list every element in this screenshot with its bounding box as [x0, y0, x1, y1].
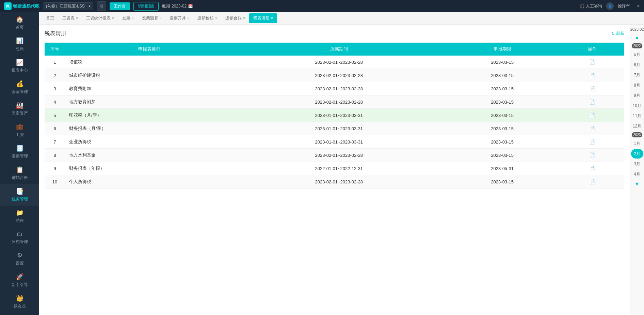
cell-type: 教育费附加 — [65, 82, 234, 95]
sidebar-label-tax: 税务管理 — [12, 196, 28, 202]
tab-invoice[interactable]: 发票 × — [118, 13, 138, 23]
sidebar-item-report[interactable]: 📈 报表中心 — [0, 55, 39, 77]
cal-2022-11[interactable]: 11月 — [631, 111, 643, 121]
cell-no: 2 — [45, 69, 65, 82]
cal-2022-06[interactable]: 6月 — [631, 60, 643, 70]
tab-purchase-ledger[interactable]: 进销台账 × — [221, 13, 249, 23]
calendar-icon[interactable]: 📅 — [188, 4, 193, 9]
tab-purchase-check-close[interactable]: × — [215, 16, 217, 20]
tab-tax-list-close[interactable]: × — [271, 16, 273, 20]
tab-invoice-close[interactable]: × — [132, 16, 134, 20]
workstation-button[interactable]: 工作台 — [110, 2, 130, 10]
col-action: 操作 — [560, 43, 624, 56]
tab-home[interactable]: 首页 — [42, 13, 58, 23]
action-icon[interactable]: 📄 — [589, 59, 595, 65]
sidebar-item-archive[interactable]: 🗂 归档管理 — [0, 227, 39, 248]
tab-invoice-issue-close[interactable]: × — [187, 16, 189, 20]
cal-2023-01[interactable]: 1月 — [631, 139, 643, 148]
cal-2022-10[interactable]: 10月 — [631, 101, 643, 110]
cell-period: 2023-02-01~2023-02-28 — [234, 82, 444, 95]
archive-icon: 🗂 — [17, 230, 23, 238]
sidebar-label-guide: 新手引导 — [12, 282, 28, 288]
tab-salary-table-close[interactable]: × — [76, 16, 78, 20]
year-2023-label: 2023 — [632, 132, 642, 137]
cal-2022-05[interactable]: 5月 — [631, 50, 643, 59]
sidebar-item-invoice[interactable]: 🧾 发票管理 — [0, 141, 39, 163]
window-close-button[interactable]: × — [637, 3, 640, 9]
action-icon[interactable]: 📄 — [589, 139, 595, 145]
cell-type: 增值税 — [65, 56, 234, 69]
sidebar-item-settings[interactable]: ⚙ 设置 — [0, 248, 39, 270]
page-header: 税表清册 ↻ 刷新 — [45, 30, 624, 37]
sidebar-item-guide[interactable]: 🚀 新手引导 — [0, 270, 39, 291]
sidebar-item-fixed[interactable]: 🏭 固定资产 — [0, 98, 39, 120]
cell-no: 10 — [45, 175, 65, 189]
cal-2023-03[interactable]: 3月 — [631, 159, 643, 169]
consult-label[interactable]: 🎧 人工咨询 — [580, 3, 602, 9]
action-icon[interactable]: 📄 — [589, 126, 595, 131]
tab-invoice-calc-close[interactable]: × — [160, 16, 162, 20]
tab-invoice-issue[interactable]: 发票开具 × — [165, 13, 193, 23]
tab-salary-table[interactable]: 工资表 × — [58, 13, 82, 23]
cell-type: 印花税（月/季） — [65, 109, 234, 122]
action-icon[interactable]: 📄 — [589, 152, 595, 158]
cal-2022-09[interactable]: 9月 — [631, 91, 643, 100]
tab-purchase-check[interactable]: 进销稽核 × — [193, 13, 221, 23]
cell-deadline: 2023-03-15 — [444, 122, 560, 135]
sidebar-item-close[interactable]: 📁 结账 — [0, 206, 39, 227]
sidebar-item-ledger[interactable]: 📊 总账 — [0, 34, 39, 55]
sidebar-item-salary[interactable]: 💼 工资 — [0, 120, 39, 141]
calendar-up-nav[interactable]: ▲ — [632, 33, 642, 42]
username: 徐泽华 — [618, 3, 630, 9]
tab-purchase-ledger-label: 进销台账 — [225, 15, 242, 21]
cell-action: 📄 — [560, 149, 624, 162]
sidebar-item-tax[interactable]: 📑 税务管理 — [0, 184, 39, 206]
sidebar-item-capital[interactable]: 💰 资金管理 — [0, 77, 39, 98]
cell-type: 企业所得税 — [65, 135, 234, 149]
report-icon: 📈 — [16, 59, 23, 66]
cell-action: 📄 — [560, 95, 624, 109]
action-icon[interactable]: 📄 — [589, 99, 595, 105]
tab-purchase-ledger-close[interactable]: × — [243, 16, 245, 20]
cal-2023-04[interactable]: 4月 — [631, 169, 643, 179]
cell-no: 1 — [45, 56, 65, 69]
sidebar-label-archive: 归档管理 — [12, 239, 28, 245]
action-icon[interactable]: 📄 — [589, 179, 595, 184]
page-content: 税表清册 ↻ 刷新 序号 申报表类型 所属期间 申报期限 操作 — [39, 25, 644, 315]
cal-2022-08[interactable]: 8月 — [631, 80, 643, 90]
action-icon[interactable]: 📄 — [589, 112, 595, 118]
sidebar-item-home[interactable]: 🏠 首页 — [0, 12, 39, 34]
cal-2022-07[interactable]: 7月 — [631, 70, 643, 80]
sidebar-label-fixed: 固定资产 — [12, 110, 28, 116]
cell-type: 地方教育附加 — [65, 95, 234, 109]
company-dropdown[interactable]: (勾鋸）江西服宝·LSS — [43, 2, 93, 10]
action-icon[interactable]: 📄 — [589, 166, 595, 171]
tab-tax-list[interactable]: 税表清册 × — [249, 13, 277, 23]
cell-deadline: 2023-03-15 — [444, 175, 560, 189]
sidebar-item-purchase[interactable]: 📋 进销台账 — [0, 163, 39, 184]
calendar-down-nav[interactable]: ▼ — [632, 179, 642, 189]
refresh-button[interactable]: ↻ 刷新 — [611, 31, 624, 36]
capital-icon: 💰 — [16, 80, 23, 88]
cell-period: 2023-02-01~2023-02-28 — [234, 95, 444, 109]
tab-salary-report[interactable]: 工资统计报表 × — [82, 13, 118, 23]
table-row: 2城市维护建设税2023-02-01~2023-02-282023-03-15📄 — [45, 69, 624, 82]
cell-no: 4 — [45, 95, 65, 109]
cal-2022-12[interactable]: 12月 — [631, 121, 643, 131]
guide-icon: 🚀 — [16, 273, 23, 281]
main-content: 税表清册 ↻ 刷新 序号 申报表类型 所属期间 申报期限 操作 — [39, 25, 630, 315]
switch-old-button[interactable]: 切到旧版 — [133, 2, 159, 11]
action-icon[interactable]: 📄 — [589, 86, 595, 91]
current-period-display: 2023.02 — [630, 26, 644, 33]
sidebar-item-member[interactable]: 👑 畅会员 — [0, 291, 39, 313]
col-deadline: 申报期限 — [444, 43, 560, 56]
cell-deadline: 2023-03-15 — [444, 135, 560, 149]
cell-deadline: 2023-03-15 — [444, 56, 560, 69]
cal-2023-02[interactable]: 2月 — [631, 149, 643, 159]
tab-invoice-calc[interactable]: 发票测算 × — [138, 13, 166, 23]
table-row: 4地方教育附加2023-02-01~2023-02-282023-03-15📄 — [45, 95, 624, 109]
copy-icon[interactable]: ⧉ — [97, 1, 106, 11]
ledger-icon: 📊 — [16, 37, 23, 45]
action-icon[interactable]: 📄 — [589, 73, 595, 78]
tab-salary-report-close[interactable]: × — [112, 16, 114, 20]
